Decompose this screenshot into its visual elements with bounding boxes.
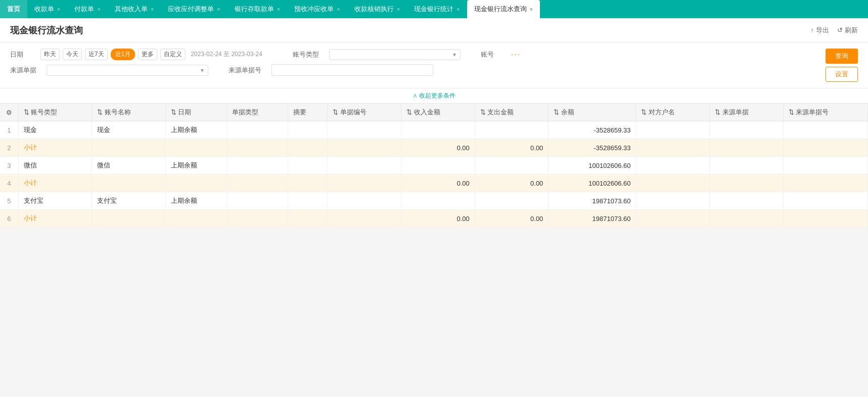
nav-item-adjustment[interactable]: 应收应付调整单 ×	[161, 0, 227, 18]
date-btn-1month[interactable]: 近1月	[111, 49, 135, 60]
nav-label-collection: 收款核销执行	[354, 5, 394, 14]
nav-close-adjustment[interactable]: ×	[217, 6, 220, 12]
date-filter-group: 昨天 今天 近7天 近1月 更多 自定义 2023-02-24 至 2023-0…	[40, 49, 262, 60]
collapse-bar[interactable]: ∧ 收起更多条件	[0, 89, 868, 104]
nav-label-bank-flow: 现金银行流水查询	[474, 5, 527, 14]
nav-close-bank-stats[interactable]: ×	[456, 6, 460, 12]
account-type-select[interactable]: ▾	[329, 49, 461, 60]
settings-button[interactable]: 设置	[826, 67, 858, 82]
nav-item-other-income[interactable]: 其他收入单 ×	[108, 0, 161, 18]
nav-close-receipts[interactable]: ×	[57, 6, 60, 12]
nav-label-receipts: 收款单	[34, 5, 54, 14]
nav-label-other-income: 其他收入单	[115, 5, 148, 14]
page-header: 现金银行流水查询 ↑ 导出 ↺ 刷新	[0, 18, 868, 42]
filter-row-2: 来源单据 ▾ 来源单据号	[10, 64, 815, 76]
source-doc-label: 来源单据	[10, 66, 36, 75]
cell-source-doc	[710, 157, 784, 174]
col-account-name[interactable]: ⇅ 账号名称	[92, 104, 166, 121]
date-btn-today[interactable]: 今天	[63, 49, 82, 60]
col-source-doc-no-label: ⇅ 来源单据号	[789, 108, 829, 116]
cell-date: 上期余额	[165, 192, 226, 210]
col-account-type-label: ⇅ 账号类型	[24, 108, 58, 116]
col-source-doc-no[interactable]: ⇅ 来源单据号	[783, 104, 867, 121]
cell-account-type: 现金	[18, 121, 92, 139]
cell-account-name: 微信	[92, 157, 166, 174]
date-btn-custom[interactable]: 自定义	[160, 49, 186, 60]
col-account-type[interactable]: ⇅ 账号类型	[18, 104, 92, 121]
date-btn-7days[interactable]: 近7天	[85, 49, 108, 60]
cell-source-doc-no	[783, 210, 867, 228]
cell-expense: 0.00	[475, 174, 549, 192]
nav-item-bank-deposit[interactable]: 银行存取款单 ×	[227, 0, 287, 18]
nav-item-prepaid[interactable]: 预收冲应收单 ×	[287, 0, 347, 18]
source-doc-no-input[interactable]	[271, 64, 433, 76]
nav-label-prepaid: 预收冲应收单	[294, 5, 334, 14]
col-expense[interactable]: ⇅ 支出金额	[475, 104, 549, 121]
cell-counterparty	[636, 157, 710, 174]
nav-close-other-income[interactable]: ×	[151, 6, 154, 12]
export-button[interactable]: ↑ 导出	[811, 26, 830, 35]
row-number: 6	[0, 210, 18, 228]
cell-balance: 100102606.60	[549, 174, 636, 192]
cell-account-type: 小计	[18, 174, 92, 192]
nav-item-collection[interactable]: 收款核销执行 ×	[347, 0, 407, 18]
col-doc-no[interactable]: ⇅ 单据编号	[328, 104, 401, 121]
col-balance[interactable]: ⇅ 余额	[549, 104, 636, 121]
nav-item-payments[interactable]: 付款单 ×	[67, 0, 107, 18]
nav-close-bank-flow[interactable]: ×	[530, 6, 533, 12]
cell-balance: -3528659.33	[549, 139, 636, 157]
nav-close-bank-deposit[interactable]: ×	[277, 6, 280, 12]
cell-account-type: 小计	[18, 210, 92, 228]
filter-area: 日期 昨天 今天 近7天 近1月 更多 自定义 2023-02-24 至 202…	[0, 42, 868, 89]
source-doc-select[interactable]: ▾	[47, 65, 208, 76]
collapse-icon: ∧	[413, 92, 418, 99]
col-settings[interactable]: ⚙	[0, 104, 18, 121]
cell-account-name: 支付宝	[92, 192, 166, 210]
cell-doc-type	[227, 192, 288, 210]
col-source-doc[interactable]: ⇅ 来源单据	[710, 104, 784, 121]
cell-source-doc	[710, 139, 784, 157]
nav-item-bank-flow[interactable]: 现金银行流水查询 ×	[467, 0, 540, 18]
col-date-label: ⇅ 日期	[171, 108, 192, 116]
col-income-label: ⇅ 收入金额	[406, 108, 440, 116]
cell-account-type: 小计	[18, 139, 92, 157]
cell-source-doc	[710, 174, 784, 192]
refresh-button[interactable]: ↺ 刷新	[837, 26, 858, 35]
col-income[interactable]: ⇅ 收入金额	[401, 104, 475, 121]
col-counterparty[interactable]: ⇅ 对方户名	[636, 104, 710, 121]
date-range-display: 2023-02-24 至 2023-03-24	[191, 50, 262, 59]
cell-doc-no	[328, 139, 401, 157]
table-row: 3微信微信上期余额100102606.60	[0, 157, 868, 174]
col-date[interactable]: ⇅ 日期	[165, 104, 226, 121]
account-type-arrow-icon: ▾	[453, 51, 456, 58]
date-btn-more[interactable]: 更多	[138, 49, 157, 60]
nav-item-home[interactable]: 首页	[0, 0, 27, 18]
cell-date: 上期余额	[165, 121, 226, 139]
col-doc-type: 单据类型	[227, 104, 288, 121]
col-balance-label: ⇅ 余额	[554, 108, 574, 116]
cell-income	[401, 121, 475, 139]
account-no-label: 账号	[481, 50, 501, 59]
cell-doc-type	[227, 121, 288, 139]
filter-row-1: 日期 昨天 今天 近7天 近1月 更多 自定义 2023-02-24 至 202…	[10, 49, 815, 60]
nav-item-receipts[interactable]: 收款单 ×	[27, 0, 67, 18]
cell-income: 0.00	[401, 174, 475, 192]
nav-item-bank-stats[interactable]: 现金银行统计 ×	[407, 0, 467, 18]
cell-counterparty	[636, 121, 710, 139]
cell-income	[401, 157, 475, 174]
query-button[interactable]: 查询	[826, 49, 858, 64]
cell-source-doc	[710, 210, 784, 228]
date-btn-yesterday[interactable]: 昨天	[40, 49, 60, 60]
cell-source-doc-no	[783, 121, 867, 139]
col-account-name-label: ⇅ 账号名称	[97, 108, 131, 116]
nav-close-payments[interactable]: ×	[97, 6, 100, 12]
cell-account-type: 微信	[18, 157, 92, 174]
nav-close-prepaid[interactable]: ×	[337, 6, 340, 12]
cell-doc-no	[328, 121, 401, 139]
right-button-group: 查询 设置	[826, 49, 858, 82]
account-no-dots-btn[interactable]: ···	[511, 50, 521, 59]
cell-balance: 100102606.60	[549, 157, 636, 174]
nav-close-collection[interactable]: ×	[397, 6, 400, 12]
refresh-icon: ↺	[837, 26, 843, 34]
nav-label-adjustment: 应收应付调整单	[168, 5, 214, 14]
